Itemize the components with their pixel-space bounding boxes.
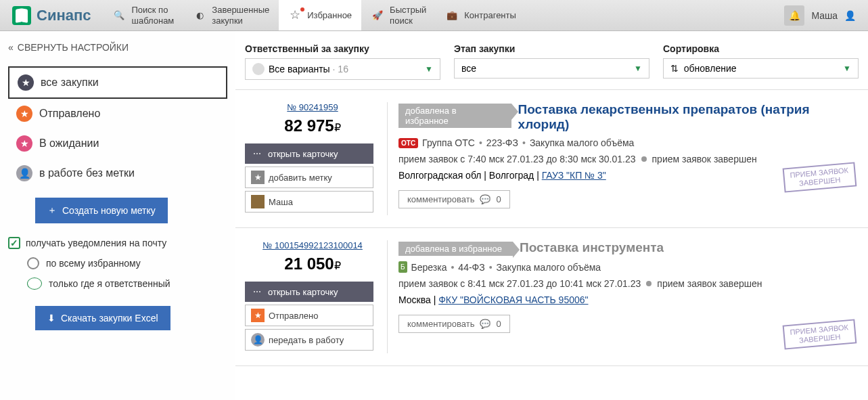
price: 82 975₽ [245,116,380,135]
nav-counterparties[interactable]: 💼 Контрагенты [436,0,526,30]
chevron-down-icon: ▼ [634,64,642,73]
sidebar: « СВЕРНУТЬ НАСТРОЙКИ ★ все закупки ★ Отп… [0,31,235,400]
logo[interactable]: Синапс [0,6,103,25]
purchase-card: № 100154992123100014 21 050₽ ⋯ открыть к… [235,228,868,366]
user-icon: 👤 [251,333,265,347]
bell-icon: 🔔 [789,10,800,21]
comment-button[interactable]: комментировать 💬 0 [398,315,510,333]
sort-select[interactable]: ⇅ обновление ▼ [663,58,859,79]
user-icon: 👤 [16,165,32,181]
nav-favorites[interactable]: ☆ Избранное [279,0,361,30]
assignee-chip[interactable]: Маша [245,191,373,213]
platform-badge: Б [398,261,407,273]
stage-label: Этап закупки [454,43,649,54]
radio-only-me[interactable]: только где я ответственный [27,277,227,290]
radio-icon [27,277,42,290]
star-icon: ★ [251,309,265,322]
star-icon: ★ [251,171,265,184]
filter-pending[interactable]: ★ В ожидании [8,129,227,158]
chevron-down-icon: ▼ [843,64,851,73]
responsible-select[interactable]: Все варианты · 16 ▼ [245,58,440,80]
add-label-button[interactable]: ★ добавить метку [245,166,373,188]
avatar-icon[interactable]: 👤 [844,10,856,21]
card-title[interactable]: Поставка инструмента [520,240,664,255]
nav-quick[interactable]: 🚀 Быстрый поиск [361,0,436,30]
purchase-number[interactable]: № 100154992123100014 [245,240,380,250]
logo-icon [12,6,31,25]
chevron-down-icon: ▼ [425,64,433,74]
purchase-card: № 90241959 82 975₽ ⋯ открыть карточку ★ … [235,90,868,228]
briefcase-icon: 💼 [445,9,459,22]
schedule: прием заявок с 8:41 мск 27.01.23 до 10:4… [398,278,859,289]
comment-button[interactable]: комментировать 💬 0 [398,190,510,208]
star-icon: ☆ [288,9,302,22]
notify-checkbox[interactable]: ✓ получать уведомления на почту [8,237,227,249]
price: 21 050₽ [245,254,380,273]
card-meta: ОТС Группа ОТС• 223-ФЗ• Закупка малого о… [398,137,859,148]
star-icon: ★ [16,135,32,152]
dots-icon: ⋯ [250,147,264,160]
org-link[interactable]: ГАУЗ "КП № 3" [542,170,606,181]
checkbox-icon: ✓ [8,237,20,249]
create-label-button[interactable]: ＋ Создать новую метку [35,198,168,223]
nav-templates[interactable]: 🔍 Поиск по шаблонам [103,0,183,30]
chevron-left-icon: « [8,42,14,53]
sort-icon: ⇅ [670,63,679,74]
plus-icon: ＋ [47,204,57,217]
brand-name: Синапс [37,7,91,24]
stage-select[interactable]: все ▼ [454,58,649,79]
rocket-icon: 🚀 [371,9,384,22]
favorite-tag: добавлена в избранное [398,104,511,128]
notifications-button[interactable]: 🔔 [784,5,804,26]
open-card-button[interactable]: ⋯ открыть карточку [245,282,373,302]
user-name[interactable]: Маша [811,10,838,21]
main-nav: 🔍 Поиск по шаблонам ◐ Завершенные закупк… [103,0,525,30]
radio-all-favorites[interactable]: по всему избранному [27,257,227,269]
schedule: прием заявок с 7:40 мск 27.01.23 до 8:30… [398,154,859,164]
purchase-number[interactable]: № 90241959 [245,102,380,112]
dots-icon: ⋯ [250,285,264,298]
org-link[interactable]: ФКУ "ВОЙСКОВАЯ ЧАСТЬ 95006" [438,294,588,305]
chat-icon: 💬 [480,319,490,329]
collapse-settings[interactable]: « СВЕРНУТЬ НАСТРОЙКИ [8,42,227,53]
filter-unlabeled[interactable]: 👤 в работе без метки [8,158,227,188]
sort-label: Сортировка [663,43,859,54]
star-icon: ★ [18,74,34,91]
open-card-button[interactable]: ⋯ открыть карточку [245,143,373,164]
filter-sent[interactable]: ★ Отправлено [8,99,227,129]
card-title[interactable]: Поставка лекарственных препаратов (натри… [518,102,859,132]
search-icon: 🔍 [112,9,126,22]
bullet-icon [641,156,647,162]
filter-all[interactable]: ★ все закупки [8,66,227,99]
avatar-icon [251,195,265,208]
card-meta: Б Березка• 44-ФЗ• Закупка малого объёма [398,261,859,273]
nav-completed[interactable]: ◐ Завершенные закупки [183,0,279,30]
sent-label-chip[interactable]: ★ Отправлено [245,305,373,326]
bullet-icon [646,281,652,286]
header: Синапс 🔍 Поиск по шаблонам ◐ Завершенные… [0,0,868,31]
main: Ответственный за закупку Все варианты · … [235,31,868,400]
location: Москва | ФКУ "ВОЙСКОВАЯ ЧАСТЬ 95006" [398,294,859,305]
favorite-tag: добавлена в избранное [398,242,513,256]
download-icon: ⬇ [47,313,55,324]
responsible-label: Ответственный за закупку [245,43,440,54]
chat-icon: 💬 [480,194,490,204]
filter-bar: Ответственный за закупку Все варианты · … [235,43,868,90]
assign-button[interactable]: 👤 передать в работу [245,329,373,351]
user-area: 🔔 Маша 👤 [772,5,868,26]
platform-badge: ОТС [398,138,418,148]
star-icon: ★ [16,106,32,122]
check-icon: ◐ [193,9,206,22]
avatar-icon [252,63,265,75]
download-excel-button[interactable]: ⬇ Скачать закупки Excel [35,306,170,330]
radio-icon [27,257,39,269]
